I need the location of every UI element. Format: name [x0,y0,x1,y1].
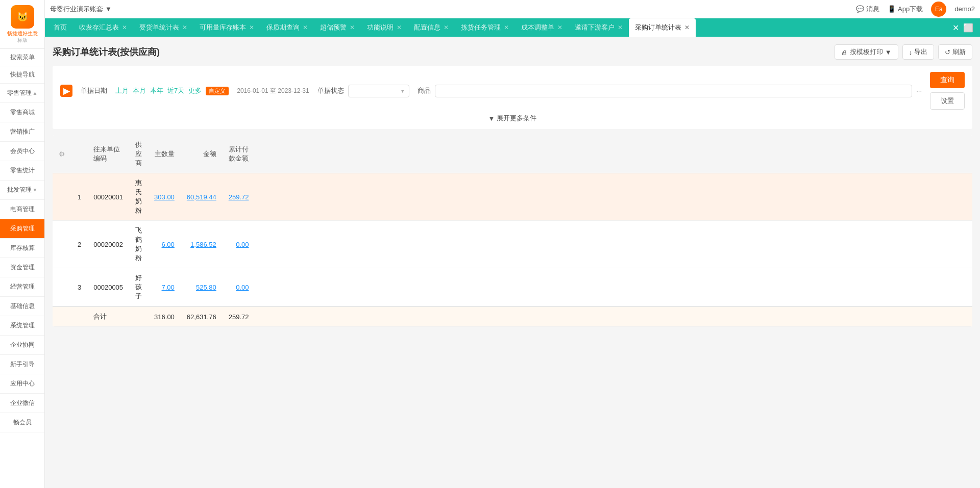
td-quantity: 303.00 [148,173,181,221]
sidebar-item-appcenter[interactable]: 应用中心 [0,374,44,394]
sidebar-item-enterprise[interactable]: 企业协同 [0,336,44,355]
td-supplier: 惠氏奶粉 [129,173,148,221]
purchase-summary-table: ⚙ 往来单位编码 供应商 主数量 金额 累计付款金额 1 [53,135,972,327]
phone-icon: 📱 [888,5,896,13]
goods-more-icon[interactable]: ··· [916,87,922,95]
tab-cost[interactable]: 成本调整单 ✕ [515,18,569,37]
refresh-button[interactable]: ↺ 刷新 [938,44,972,60]
quantity-link[interactable]: 7.00 [162,284,175,291]
tab-close-icon[interactable]: ✕ [122,24,127,31]
td-quantity: 6.00 [148,221,181,268]
sidebar-item-vip[interactable]: 畅会员 [0,413,44,432]
tab-close-icon[interactable]: ✕ [618,24,623,31]
amount-link[interactable]: 525.80 [196,284,216,291]
sidebar-item-corpwx[interactable]: 企业微信 [0,394,44,413]
td-footer-paid: 259.72 [223,306,255,327]
sidebar-item-business[interactable]: 经营管理 [0,277,44,297]
tabbar: 首页 收发存汇总表 ✕ 要货单统计表 ✕ 可用量库存账本 ✕ 保质期查询 ✕ 超… [45,18,980,37]
tab-close-icon[interactable]: ✕ [249,24,254,31]
sidebar-item-wholesale[interactable]: 批发管理 ▼ [0,181,44,200]
shortcut-thisyear[interactable]: 本年 [150,86,163,95]
tab-close-icon[interactable]: ✕ [350,24,355,31]
sidebar-item-finance[interactable]: 资金管理 [0,258,44,277]
user-avatar[interactable]: Ea [931,2,946,17]
filter-row-main: ▶ 单据日期 上月 本月 本年 近7天 更多 自定义 2016-01-01 至 … [60,72,965,110]
maximize-icon[interactable]: ⬜ [963,23,973,33]
sidebar-item-basic[interactable]: 基础信息 [0,297,44,316]
sidebar-item-inventory[interactable]: 库存核算 [0,239,44,258]
tab-home[interactable]: 首页 [47,18,73,37]
tab-requisition[interactable]: 要货单统计表 ✕ [133,18,193,37]
td-footer-empty2 [71,306,87,327]
close-window-icon[interactable]: ✕ [952,23,959,33]
td-code: 00020005 [87,268,129,307]
sidebar-item-retail-shop[interactable]: 零售商城 [0,103,44,122]
goods-search-input[interactable] [435,85,912,97]
sidebar-item-member[interactable]: 会员中心 [0,142,44,161]
sidebar-item-marketing[interactable]: 营销推广 [0,122,44,142]
amount-link[interactable]: 60,519.44 [187,193,216,201]
chevron-down-icon: ▲ [33,90,38,96]
quantity-link[interactable]: 303.00 [154,193,175,201]
sidebar-item-newguide[interactable]: 新手引导 [0,355,44,374]
tab-close-icon[interactable]: ✕ [397,24,402,31]
tab-purchase[interactable]: 采购订单统计表 ✕ [629,18,696,37]
chevron-down-icon: ▼ [33,187,38,193]
print-button[interactable]: 🖨 按模板打印 ▼ [835,44,898,60]
sidebar-item-quicknav[interactable]: 快捷导航 [0,66,44,84]
tab-close-icon[interactable]: ✕ [182,24,187,31]
filter-toggle-btn[interactable]: ▶ [60,85,72,97]
tab-warranty[interactable]: 保质期查询 ✕ [260,18,314,37]
td-index: 3 [71,268,87,307]
tab-funchelp[interactable]: 功能说明 ✕ [361,18,408,37]
tab-close-icon[interactable]: ✕ [444,24,449,31]
shortcut-thismonth[interactable]: 本月 [133,86,146,95]
sidebar-item-search[interactable]: 搜索菜单 [0,49,44,66]
topbar: 母婴行业演示账套 ▼ 💬 消息 📱 App下载 Ea demo2 [45,0,980,18]
sidebar: 🐱 畅捷通好生意 标版 搜索菜单 快捷导航 零售管理 ▲ 零售商城 营销推广 会… [0,0,45,488]
tab-overstock[interactable]: 超储预警 ✕ [314,18,361,37]
app-download-btn[interactable]: 📱 App下载 [888,5,923,14]
sidebar-item-retail-stat[interactable]: 零售统计 [0,161,44,181]
tab-close-icon[interactable]: ✕ [557,24,562,31]
tab-collect[interactable]: 收发存汇总表 ✕ [73,18,133,37]
table-footer-row: 合计 316.00 62,631.76 259.72 [53,306,972,327]
td-extra [255,173,972,221]
message-btn[interactable]: 💬 消息 [856,5,879,14]
account-switcher[interactable]: 母婴行业演示账套 ▼ [50,5,112,14]
column-settings-icon[interactable]: ⚙ [59,150,65,158]
tab-close-icon[interactable]: ✕ [303,24,308,31]
sidebar-item-purchase[interactable]: 采购管理 [0,219,44,239]
paid-link[interactable]: 259.72 [229,193,249,201]
sidebar-item-ecommerce[interactable]: 电商管理 [0,200,44,219]
chevron-down-icon: ▼ [105,5,112,13]
tab-close-active-icon[interactable]: ✕ [684,24,690,31]
filter-expand-row: ▼ 展开更多条件 [60,114,965,123]
tab-invite[interactable]: 邀请下游客户 ✕ [569,18,629,37]
data-table-container: ⚙ 往来单位编码 供应商 主数量 金额 累计付款金额 1 [53,135,972,327]
td-extra [255,221,972,268]
sidebar-item-system[interactable]: 系统管理 [0,316,44,336]
date-range-display: 2016-01-01 至 2023-12-31 [237,87,309,95]
amount-link[interactable]: 1,586.52 [190,241,216,248]
tab-inventory[interactable]: 可用量库存账本 ✕ [193,18,260,37]
settings-button[interactable]: 设置 [930,92,965,110]
tab-picking[interactable]: 拣货任务管理 ✕ [455,18,515,37]
tab-close-icon[interactable]: ✕ [504,24,509,31]
paid-link[interactable]: 0.00 [236,241,249,248]
sidebar-item-retail[interactable]: 零售管理 ▲ [0,84,44,103]
expand-conditions-btn[interactable]: ▼ 展开更多条件 [488,114,537,123]
status-filter-label: 单据状态 [317,86,344,95]
paid-link[interactable]: 0.00 [236,284,249,291]
shortcut-lastmonth[interactable]: 上月 [115,86,129,95]
export-button[interactable]: ↓ 导出 [902,44,935,60]
status-select[interactable]: 草稿 已提交 已审核 [348,85,409,97]
tab-config[interactable]: 配置信息 ✕ [408,18,455,37]
shortcut-more[interactable]: 更多 [188,86,202,95]
custom-date-badge[interactable]: 自定义 [206,87,229,95]
query-button[interactable]: 查询 [930,72,965,88]
shortcut-7days[interactable]: 近7天 [167,86,184,95]
message-icon: 💬 [856,5,864,13]
td-index: 1 [71,173,87,221]
quantity-link[interactable]: 6.00 [162,241,175,248]
